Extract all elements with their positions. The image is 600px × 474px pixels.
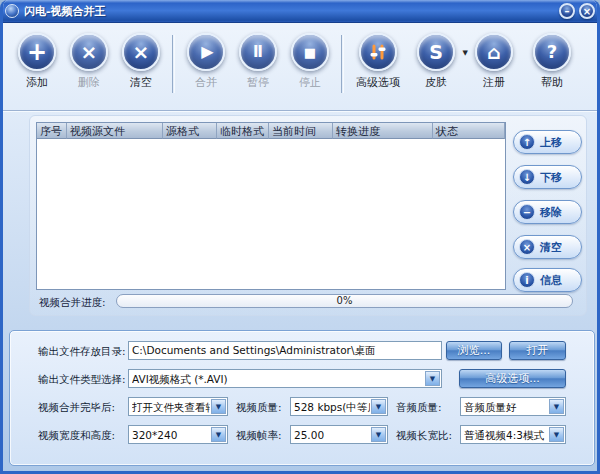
column-header-source-format[interactable]: 源格式: [163, 123, 217, 139]
window-title: 闪电-视频合并王: [24, 4, 555, 19]
toolbar-separator: [172, 35, 175, 93]
output-dir-label: 输出文件存放目录:: [38, 345, 126, 359]
merge-progress-bar: 0%: [116, 294, 573, 308]
open-button[interactable]: 打开: [509, 341, 566, 360]
video-quality-value: 528 kbps(中等质量): [294, 401, 370, 415]
toolbar-stop-button[interactable]: ■ 停止: [284, 23, 336, 90]
output-type-select[interactable]: AVI视频格式 (*.AVI) ▼: [128, 369, 442, 388]
column-header-source-file[interactable]: 视频源文件: [67, 123, 163, 139]
file-list-table: 序号 视频源文件 源格式 临时格式 当前时间 转换进度 状态: [36, 122, 506, 290]
video-quality-select[interactable]: 528 kbps(中等质量) ▼: [290, 397, 388, 416]
minus-icon: −: [519, 204, 535, 220]
framerate-value: 25.00: [294, 429, 370, 441]
dropdown-arrow-icon[interactable]: ▼: [211, 399, 226, 414]
toolbar-help-label: 帮助: [541, 75, 563, 90]
arrow-down-icon: ↓: [519, 169, 535, 185]
stop-icon: ■: [291, 33, 329, 71]
toolbar-pause-button[interactable]: Ⅱ 暂停: [232, 23, 284, 90]
toolbar-skin-button[interactable]: S ▼ 皮肤: [407, 23, 465, 90]
remove-label: 移除: [540, 205, 562, 220]
app-icon: [5, 4, 19, 18]
file-list-body[interactable]: [37, 139, 505, 290]
output-type-label: 输出文件类型选择:: [38, 373, 126, 387]
toolbar-stop-label: 停止: [299, 75, 321, 90]
column-header-index[interactable]: 序号: [37, 123, 67, 139]
dropdown-arrow-icon[interactable]: ▼: [549, 399, 564, 414]
clear-list-button[interactable]: × 清空: [513, 235, 582, 259]
advanced-options-button[interactable]: 高级选项...: [459, 369, 566, 388]
output-dir-input[interactable]: [128, 341, 442, 360]
x-icon: ×: [519, 239, 535, 255]
toolbar-register-label: 注册: [483, 75, 505, 90]
audio-quality-label: 音频质量:: [396, 401, 442, 415]
move-down-button[interactable]: ↓ 下移: [513, 165, 582, 189]
audio-quality-select[interactable]: 音频质量好 ▼: [460, 397, 566, 416]
after-merge-value: 打开文件夹查看转换的T: [132, 401, 210, 415]
toolbar-skin-label: 皮肤: [425, 75, 447, 90]
skin-s-icon: S: [417, 33, 455, 71]
toolbar-help-button[interactable]: ? 帮助: [523, 23, 581, 90]
after-merge-label: 视频合并完毕后:: [38, 401, 115, 415]
move-up-button[interactable]: ↑ 上移: [513, 130, 582, 154]
toolbar-register-button[interactable]: ⌂ 注册: [465, 23, 523, 90]
toolbar-merge-label: 合并: [195, 75, 217, 90]
column-header-progress[interactable]: 转换进度: [333, 123, 433, 139]
file-list-header: 序号 视频源文件 源格式 临时格式 当前时间 转换进度 状态: [37, 123, 505, 139]
home-icon: ⌂: [475, 33, 513, 71]
toolbar-separator: [341, 35, 344, 93]
delete-glyph: ×: [81, 42, 98, 62]
play-glyph: ▶: [198, 44, 213, 60]
dropdown-arrow-icon[interactable]: ▼: [425, 371, 440, 386]
output-type-value: AVI视频格式 (*.AVI): [132, 373, 424, 387]
info-icon: i: [519, 272, 535, 288]
settings-panel: 输出文件存放目录: 浏览... 打开 输出文件类型选择: AVI视频格式 (*.…: [9, 330, 595, 466]
move-up-label: 上移: [540, 135, 562, 150]
toolbar-clear-label: 清空: [130, 75, 152, 90]
clear-list-label: 清空: [540, 240, 562, 255]
dropdown-arrow-icon[interactable]: ▼: [371, 399, 386, 414]
clear-x-icon: ×: [122, 33, 160, 71]
dropdown-arrow-icon[interactable]: ▼: [549, 427, 564, 442]
video-size-select[interactable]: 320*240 ▼: [128, 425, 228, 444]
toolbar-pause-label: 暂停: [247, 75, 269, 90]
framerate-select[interactable]: 25.00 ▼: [290, 425, 388, 444]
pause-icon: Ⅱ: [239, 33, 277, 71]
remove-button[interactable]: − 移除: [513, 200, 582, 224]
aspect-ratio-select[interactable]: 普通视频4:3模式 ▼: [460, 425, 566, 444]
info-button[interactable]: i 信息: [513, 268, 582, 292]
plus-glyph: +: [27, 40, 47, 64]
merge-progress-label: 视频合并进度:: [39, 296, 106, 310]
app-window: 闪电-视频合并王 – × + 添加 × 删除 × 清空 ▶ 合并 Ⅱ 暂停 ■ …: [0, 0, 600, 474]
dropdown-arrow-icon[interactable]: ▼: [211, 427, 226, 442]
toolbar-merge-button[interactable]: ▶ 合并: [180, 23, 232, 90]
dropdown-arrow-icon[interactable]: ▼: [371, 427, 386, 442]
merge-progress-value: 0%: [337, 295, 353, 306]
close-button[interactable]: ×: [579, 3, 595, 19]
minimize-button[interactable]: –: [559, 3, 575, 19]
video-size-value: 320*240: [132, 429, 210, 441]
play-icon: ▶: [187, 33, 225, 71]
column-header-current-time[interactable]: 当前时间: [269, 123, 333, 139]
equalizer-icon: [359, 33, 397, 71]
after-merge-select[interactable]: 打开文件夹查看转换的T ▼: [128, 397, 228, 416]
pause-glyph: Ⅱ: [253, 45, 263, 60]
plus-icon: +: [18, 33, 56, 71]
toolbar-advanced-options-button[interactable]: 高级选项: [349, 23, 407, 90]
browse-button[interactable]: 浏览...: [446, 341, 502, 360]
equalizer-glyph: [368, 42, 388, 62]
toolbar-add-button[interactable]: + 添加: [11, 23, 63, 90]
framerate-label: 视频帧率:: [236, 429, 282, 443]
arrow-up-icon: ↑: [519, 134, 535, 150]
aspect-ratio-label: 视频长宽比:: [396, 429, 452, 443]
titlebar[interactable]: 闪电-视频合并王 – ×: [0, 0, 600, 23]
toolbar-divider: [3, 110, 597, 112]
aspect-ratio-value: 普通视频4:3模式: [464, 429, 548, 443]
info-label: 信息: [540, 273, 562, 288]
clear-glyph: ×: [133, 42, 150, 62]
column-header-temp-format[interactable]: 临时格式: [217, 123, 269, 139]
home-glyph: ⌂: [487, 43, 501, 62]
video-quality-label: 视频质量:: [236, 401, 282, 415]
toolbar-clear-button[interactable]: × 清空: [115, 23, 167, 90]
toolbar-delete-button[interactable]: × 删除: [63, 23, 115, 90]
column-header-status[interactable]: 状态: [433, 123, 505, 139]
